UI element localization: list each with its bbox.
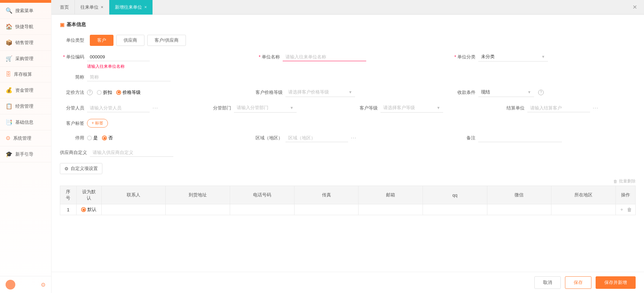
add-tag-btn[interactable]: + 标签 <box>87 119 108 128</box>
cell-qq[interactable] <box>423 204 487 215</box>
phone-input[interactable] <box>234 207 291 212</box>
section-title-text: 基本信息 <box>66 22 86 28</box>
settlement-more-icon[interactable]: ··· <box>593 105 598 111</box>
pricing-radio-price-level-circle <box>116 90 121 95</box>
row-manager: 分管人员 ··· 分管部门 请输入分管部门 ▼ 客户等级 请选择客户等级 ▼ 结… <box>60 103 636 113</box>
batch-delete-icon: 🗑 <box>613 179 618 184</box>
sidebar-item-system[interactable]: ⚙ 系统管理 <box>0 130 51 146</box>
customer-level-select[interactable]: 请选择客户等级 ▼ <box>380 103 443 113</box>
sidebar-item-sales[interactable]: 📦 销售管理 <box>0 35 51 51</box>
sidebar-item-purchase[interactable]: 🛒 采购管理 <box>0 51 51 67</box>
save-button[interactable]: 保存 <box>565 276 591 289</box>
remarks-input[interactable] <box>478 134 562 142</box>
pricing-radio-price-level[interactable]: 价格等级 <box>116 89 141 96</box>
main-area: 首页 往来单位 ✕ 新增往来单位 ✕ ✕ ▣ 基本信息 单位类型 客户 供应商 … <box>52 0 644 293</box>
col-qq: qq <box>423 186 487 204</box>
search-icon: 🔍 <box>6 7 13 14</box>
abbr-input[interactable] <box>87 73 171 81</box>
email-input[interactable] <box>362 207 419 212</box>
cell-location[interactable] <box>551 204 616 215</box>
batch-delete-btn[interactable]: 🗑 批量删除 <box>613 178 636 184</box>
contact-input[interactable] <box>105 207 162 212</box>
field-code: 单位编码 <box>60 53 244 61</box>
cancel-button[interactable]: 取消 <box>534 276 561 289</box>
sidebar-item-finance[interactable]: 💰 资金管理 <box>0 82 51 98</box>
cell-fax[interactable] <box>294 204 359 215</box>
payment-terms-help-icon[interactable]: ? <box>538 90 544 95</box>
sidebar-item-newbie[interactable]: 🎓 新手引导 <box>0 146 51 162</box>
pricing-radio-discount[interactable]: 折扣 <box>97 89 112 96</box>
manager-more-icon[interactable]: ··· <box>152 105 158 111</box>
sidebar-item-inventory[interactable]: 🗄 库存核算 <box>0 67 51 82</box>
location-input[interactable] <box>555 207 612 212</box>
sidebar-item-quick-nav[interactable]: 🏠 快捷导航 <box>0 19 51 35</box>
cell-email[interactable] <box>359 204 423 215</box>
col-location: 所在地区 <box>551 186 616 204</box>
payment-terms-label: 收款条件 <box>451 89 476 96</box>
unit-type-supplier-btn[interactable]: 供应商 <box>116 35 144 46</box>
avatar <box>6 280 15 290</box>
settings-gear-icon: ⚙ <box>64 166 69 171</box>
money-icon: 💰 <box>6 87 13 93</box>
sidebar-item-label: 采购管理 <box>15 56 33 62</box>
customer-level-label: 客户等级 <box>353 105 378 111</box>
row-code-name-category: 单位编码 单位名称 单位分类 未分类 ▼ <box>60 52 636 62</box>
cell-phone[interactable] <box>230 204 294 215</box>
customer-price-level-select[interactable]: 请选择客户价格等级 ▼ <box>285 88 355 97</box>
add-row-btn[interactable]: ＋ <box>619 206 624 213</box>
custom-settings-btn[interactable]: ⚙ 自定义项设置 <box>60 163 102 174</box>
settlement-input[interactable] <box>527 104 590 112</box>
tab-home[interactable]: 首页 <box>54 0 75 15</box>
col-wechat: 微信 <box>487 186 551 204</box>
department-select[interactable]: 请输入分管部门 ▼ <box>234 103 297 113</box>
manager-input[interactable] <box>87 104 150 112</box>
pricing-help-icon[interactable]: ? <box>87 90 93 95</box>
sidebar-item-label: 基础信息 <box>15 119 33 125</box>
wechat-input[interactable] <box>491 207 548 212</box>
col-address: 到货地址 <box>166 186 230 204</box>
category-label: 单位分类 <box>451 54 476 60</box>
unit-type-customer-btn[interactable]: 客户 <box>90 35 113 46</box>
field-remarks: 备注 <box>451 134 636 142</box>
name-input[interactable] <box>283 53 366 61</box>
tab-new-counterparty-close[interactable]: ✕ <box>144 5 147 9</box>
category-arrow-icon: ▼ <box>541 55 545 59</box>
category-select[interactable]: 未分类 ▼ <box>478 52 548 62</box>
cell-wechat[interactable] <box>487 204 551 215</box>
supplier-custom-input[interactable] <box>90 148 173 157</box>
code-input[interactable] <box>87 53 150 61</box>
fax-input[interactable] <box>298 207 355 212</box>
payment-terms-select[interactable]: 现结 ▼ <box>478 88 534 97</box>
pricing-radio-discount-circle <box>97 90 102 95</box>
col-fax: 传真 <box>294 186 359 204</box>
field-manager: 分管人员 ··· <box>60 104 196 112</box>
region-label: 区域（地区） <box>256 135 283 141</box>
tab-counterparty[interactable]: 往来单位 ✕ <box>75 0 109 15</box>
row-supplier-custom: 供应商自定义 <box>60 148 636 157</box>
field-disabled: 停用 是 否 <box>60 135 244 141</box>
save-new-button[interactable]: 保存并新增 <box>596 276 636 289</box>
tab-new-counterparty[interactable]: 新增往来单位 ✕ <box>109 0 153 15</box>
region-more-icon[interactable]: ··· <box>351 135 356 141</box>
sidebar-item-basic-info[interactable]: 📑 基础信息 <box>0 114 51 130</box>
sidebar-item-operations[interactable]: 📋 经营管理 <box>0 98 51 114</box>
sidebar-item-search[interactable]: 🔍 搜索菜单 <box>0 3 51 19</box>
field-customer-tag: 客户标签 + 标签 <box>60 119 636 128</box>
row-default-radio-item[interactable]: 默认 <box>81 206 96 213</box>
delete-row-btn[interactable]: 🗑 <box>627 207 632 212</box>
unit-type-both-btn[interactable]: 客户/供应商 <box>147 35 186 46</box>
disabled-radio-no[interactable]: 否 <box>102 135 113 141</box>
qq-input[interactable] <box>426 207 484 212</box>
cell-contact[interactable] <box>101 204 166 215</box>
settings-icon[interactable]: ⚙ <box>41 282 46 288</box>
region-input[interactable] <box>285 134 348 142</box>
address-input[interactable] <box>169 207 226 212</box>
tab-counterparty-close[interactable]: ✕ <box>101 5 103 9</box>
settlement-label: 结算单位 <box>500 105 525 111</box>
disabled-radio-yes[interactable]: 是 <box>87 135 98 141</box>
close-all-tabs-button[interactable]: ✕ <box>628 4 641 10</box>
unit-type-row: 单位类型 客户 供应商 客户/供应商 <box>60 35 636 46</box>
field-category: 单位分类 未分类 ▼ <box>451 52 636 62</box>
sidebar: 🔍 搜索菜单 🏠 快捷导航 📦 销售管理 🛒 采购管理 🗄 库存核算 💰 资金管… <box>0 0 52 293</box>
cell-address[interactable] <box>166 204 230 215</box>
